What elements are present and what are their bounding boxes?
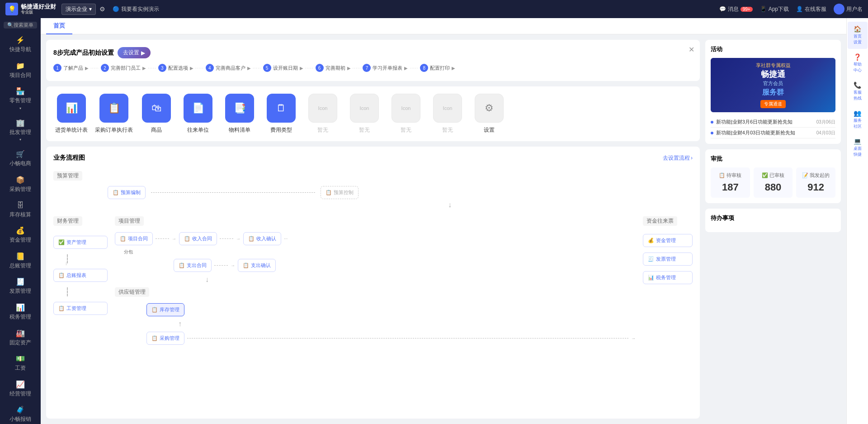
assets-icon: 🏭 — [16, 329, 25, 338]
demo-link[interactable]: 🔵 我要看实例演示 — [113, 5, 159, 13]
icon-empty-4[interactable]: Icon 暂无 — [429, 94, 466, 134]
retail-icon: 🏪 — [16, 87, 25, 95]
sidebar-item-fixed-assets[interactable]: 🏭 固定资产 — [3, 325, 38, 350]
node-label: 收入合同 — [192, 235, 212, 242]
app-download-button[interactable]: 📱 App下载 — [760, 5, 789, 13]
tab-home[interactable]: 首页 — [46, 18, 72, 34]
payroll-mgmt-node[interactable]: 📋 工资管理 — [53, 302, 108, 315]
app-version: 专业版 — [21, 10, 56, 15]
approval-done[interactable]: ✅ 已审核 880 — [754, 167, 793, 198]
step-label: 完善期初 — [326, 65, 345, 71]
user-avatar[interactable]: 用户名 — [834, 4, 863, 14]
sidebar-item-operations[interactable]: 📈 经营管理 — [3, 376, 38, 401]
budget-formulation-node[interactable]: 📋 预算编制 — [108, 186, 146, 199]
sidebar-item-invoice[interactable]: 🧾 发票管理 — [3, 274, 38, 299]
sidebar-item-expense[interactable]: 🧳 小畅报销 — [3, 402, 38, 424]
play-icon: ▶ — [300, 66, 303, 71]
approval-mine[interactable]: 📝 我发起的 912 — [796, 167, 835, 198]
sidebar-item-ecommerce[interactable]: 🛒 小畅电商 — [3, 146, 38, 171]
right-panel: 活动 享社群专属权益 畅捷通 官方会员 服务群 专属通道 — [705, 40, 841, 419]
sidebar-item-inventory[interactable]: 🗄 库存核算 — [3, 198, 38, 222]
project-contract-node[interactable]: 📋 项目合同 — [115, 232, 153, 245]
sidebar-item-wholesale[interactable]: 🏢 批发管理 ▾ — [3, 115, 38, 146]
sidebar-item-payroll[interactable]: 💵 工资 — [3, 351, 38, 376]
income-contract-node[interactable]: 📋 收入合同 — [179, 232, 217, 245]
finance-group-label: 财务管理 — [53, 216, 82, 226]
sidebar-item-ledger[interactable]: 📒 总账管理 — [3, 248, 38, 273]
expense-contract-node[interactable]: 📋 支出合同 — [174, 259, 212, 272]
node-label: 支出确认 — [251, 262, 271, 269]
icon-label: 暂无 — [359, 126, 370, 134]
message-button[interactable]: 💬 消息 99+ — [719, 5, 753, 13]
asset-mgmt-node[interactable]: ✅ 资产管理 — [53, 236, 108, 249]
inventory-icon: 🗄 — [17, 201, 24, 210]
play-icon: ▶ — [347, 66, 351, 71]
icon-partner[interactable]: 📄 往来单位 — [180, 94, 216, 134]
setup-step-3[interactable]: 3 配置选项 ▶ — [158, 64, 193, 72]
mini-item-desktop[interactable]: 💻 桌面快捷 — [848, 134, 868, 161]
icon-empty-3[interactable]: Icon 暂无 — [388, 94, 424, 134]
setup-go-button[interactable]: 去设置 ▶ — [118, 47, 151, 58]
setup-step-1[interactable]: 1 了解产品 ▶ — [53, 64, 89, 72]
setup-step-2[interactable]: 2 完善部门员工 ▶ — [101, 64, 146, 72]
operations-icon: 📈 — [16, 380, 25, 389]
sidebar-item-quick-nav[interactable]: ⚡ 快捷导航 — [3, 32, 38, 57]
sidebar-item-label: 库存核算 — [9, 211, 31, 219]
node-label: 总账报表 — [66, 272, 86, 279]
sidebar-item-retail[interactable]: 🏪 零售管理 ▾ — [3, 83, 38, 114]
node-icon: 📊 — [648, 275, 654, 281]
icon-box: 🗒 — [267, 94, 296, 123]
purchase-mgmt-node[interactable]: 📋 采购管理 — [146, 332, 184, 345]
done-label: 已审核 — [769, 172, 784, 179]
node-label: 预算控制 — [334, 189, 354, 196]
desktop-icon: 💻 — [854, 138, 861, 145]
setup-step-7[interactable]: 7 学习开单报表 ▶ — [363, 64, 408, 72]
search-menu[interactable]: 🔍 搜索菜单 — [4, 22, 37, 29]
flow-settings-link[interactable]: 去设置流程 › — [663, 154, 693, 162]
setup-step-8[interactable]: 8 配置打印 ▶ — [420, 64, 455, 72]
approval-row: 📋 待审核 187 ✅ 已审核 880 — [711, 167, 835, 198]
online-service-button[interactable]: 👤 在线客服 — [796, 5, 826, 13]
sidebar-item-purchase[interactable]: 📦 采购管理 — [3, 172, 38, 197]
banner-btn[interactable]: 专属通道 — [760, 100, 786, 108]
dashed-line-long — [187, 338, 628, 338]
phone-icon: 📞 — [854, 81, 861, 89]
setup-step-4[interactable]: 4 完善商品客户 ▶ — [206, 64, 251, 72]
banner-enjoy: 享社群专属权益 — [756, 62, 791, 69]
step-separator: ····· — [195, 66, 204, 71]
setup-step-6[interactable]: 6 完善期初 ▶ — [316, 64, 351, 72]
mini-item-help[interactable]: ❓ 帮助中心 — [848, 50, 868, 77]
tax-mgmt-node[interactable]: 📊 税务管理 — [643, 271, 693, 284]
icon-expense-type[interactable]: 🗒 费用类型 — [263, 94, 299, 134]
approval-pending[interactable]: 📋 待审核 187 — [711, 167, 750, 198]
icon-empty-1[interactable]: Icon 暂无 — [305, 94, 341, 134]
capital-mgmt-node[interactable]: 💰 资金管理 — [643, 234, 693, 247]
ledger-report-node[interactable]: 📋 总账报表 — [53, 269, 108, 282]
icon-goods[interactable]: 🛍 商品 — [138, 94, 175, 134]
sidebar-item-project-contract[interactable]: 📁 项目合同 — [3, 58, 38, 83]
invoice-mgmt-node[interactable]: 🧾 发票管理 — [643, 252, 693, 266]
play-icon: ▶ — [404, 66, 408, 71]
icon-empty-2[interactable]: Icon 暂无 — [346, 94, 382, 134]
icon-settings[interactable]: ⚙ 设置 — [471, 94, 507, 134]
expense-confirm-node[interactable]: 📋 支出确认 — [238, 259, 276, 272]
mini-item-home[interactable]: 🏠 首页设置 — [848, 22, 868, 49]
main-content: 首页 8步完成产品初始设置 去设置 ▶ — [41, 18, 846, 424]
step-num: 5 — [263, 64, 271, 72]
mini-item-hotline[interactable]: 📞 客服热线 — [848, 78, 868, 105]
sidebar-item-tax[interactable]: 📊 税务管理 — [3, 300, 38, 324]
company-selector[interactable]: 演示企业 ▾ — [61, 4, 96, 15]
mini-item-label: 帮助中心 — [854, 62, 862, 73]
mini-item-community[interactable]: 👥 服务社区 — [848, 106, 868, 133]
setup-close-button[interactable]: ✕ — [689, 45, 694, 54]
icon-bom[interactable]: 📑 物料清单 — [222, 94, 258, 134]
icon-stock-report[interactable]: 📊 进货单统计表 — [53, 94, 90, 134]
sidebar-item-finance[interactable]: 💰 资金管理 — [3, 223, 38, 248]
budget-control-node[interactable]: 📋 预算控制 — [321, 186, 359, 199]
icon-purchase-order[interactable]: 📋 采购订单执行表 — [95, 94, 133, 134]
setup-step-5[interactable]: 5 设开账日期 ▶ — [263, 64, 303, 72]
income-confirm-node[interactable]: 📋 收入确认 — [243, 232, 281, 245]
settings-icon[interactable]: ⚙ — [99, 5, 105, 13]
topbar-right: 💬 消息 99+ 📱 App下载 👤 在线客服 用户名 — [719, 4, 863, 14]
inventory-mgmt-node[interactable]: 📋 库存管理 — [146, 303, 184, 316]
